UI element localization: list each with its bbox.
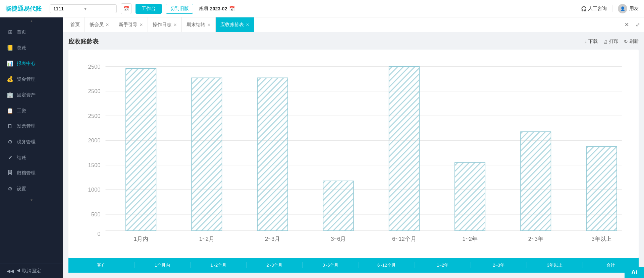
th-3-6month: 3~6个月 bbox=[303, 262, 359, 268]
sidebar-label-salary: 工资 bbox=[17, 108, 26, 114]
dropdown-icon: ▾ bbox=[84, 6, 113, 11]
checkout-icon: ✔ bbox=[7, 154, 13, 161]
refresh-button[interactable]: ↻ 刷新 bbox=[624, 39, 639, 45]
bar-2-3月 bbox=[257, 78, 288, 230]
sidebar-label-invoice: 发票管理 bbox=[17, 123, 36, 129]
tab-guide[interactable]: 新手引导 ✕ bbox=[114, 17, 148, 32]
sidebar-item-checkout[interactable]: ✔ 结账 bbox=[0, 150, 63, 165]
tab-oplog-close[interactable]: ✕ bbox=[173, 22, 177, 27]
scroll-up-icon: ▲ bbox=[30, 19, 33, 23]
xlabel-5: 6~12个月 bbox=[392, 236, 416, 242]
switch-button[interactable]: 切到旧版 bbox=[166, 4, 193, 14]
xlabel-3: 2~3月 bbox=[265, 236, 280, 242]
header-right: 🎧 人工咨询 👤 用友 bbox=[581, 4, 639, 13]
settings-icon: ⚙ bbox=[7, 186, 13, 192]
home-icon: ⊞ bbox=[7, 29, 13, 35]
tab-aging[interactable]: 应收账龄表 ✕ bbox=[216, 17, 254, 32]
svg-text:2500: 2500 bbox=[88, 88, 101, 94]
capital-icon: 💰 bbox=[7, 76, 13, 82]
user-label: 用友 bbox=[629, 6, 639, 12]
tab-member[interactable]: 畅会员 ✕ bbox=[85, 17, 114, 32]
content-area: 首页 畅会员 ✕ 新手引导 ✕ 操作日志 ✕ 期末结转 ✕ bbox=[63, 17, 644, 278]
calendar-icon: 📅 bbox=[123, 6, 129, 11]
xlabel-6: 1~2年 bbox=[463, 236, 478, 242]
sidebar-label-assets: 固定资产 bbox=[17, 92, 36, 98]
refresh-icon: ↻ bbox=[624, 39, 628, 44]
download-label: 下载 bbox=[588, 39, 598, 45]
headset-icon: 🎧 bbox=[581, 6, 587, 11]
period-calendar-icon[interactable]: 📅 bbox=[229, 6, 235, 11]
sidebar-item-home[interactable]: ⊞ 首页 bbox=[0, 24, 63, 40]
bar-6-12月 bbox=[389, 67, 420, 231]
sidebar-item-archive[interactable]: 🗄 归档管理 bbox=[0, 165, 63, 181]
svg-text:1000: 1000 bbox=[88, 187, 101, 193]
tab-aging-close[interactable]: ✕ bbox=[246, 22, 249, 27]
print-label: 打印 bbox=[609, 39, 619, 45]
consult-area[interactable]: 🎧 人工咨询 bbox=[581, 6, 607, 12]
scroll-down-btn[interactable]: ▼ bbox=[0, 197, 63, 203]
tab-member-close[interactable]: ✕ bbox=[106, 22, 109, 27]
tab-expand-btn[interactable]: ⤢ bbox=[634, 20, 641, 29]
tabs-bar: 首页 畅会员 ✕ 新手引导 ✕ 操作日志 ✕ 期末结转 ✕ bbox=[63, 17, 644, 32]
svg-text:500: 500 bbox=[91, 211, 101, 218]
workbench-button[interactable]: 工作台 bbox=[136, 4, 162, 14]
tab-home[interactable]: 首页 bbox=[66, 17, 85, 32]
sidebar-label-tax: 税务管理 bbox=[17, 139, 36, 145]
tab-oplog[interactable]: 操作日志 ✕ bbox=[148, 17, 182, 32]
sidebar-label-checkout: 结账 bbox=[17, 155, 26, 161]
print-button[interactable]: 🖨 打印 bbox=[603, 39, 619, 45]
sidebar-label-archive: 归档管理 bbox=[17, 170, 36, 176]
scroll-down-icon: ▼ bbox=[30, 198, 33, 202]
sidebar-item-reports[interactable]: 📊 报表中心 bbox=[0, 56, 63, 71]
sidebar-item-ledger[interactable]: 📒 总账 bbox=[0, 40, 63, 56]
period-label: 账期 bbox=[199, 6, 208, 12]
sidebar-item-salary[interactable]: 📋 工资 bbox=[0, 103, 63, 119]
svg-text:2000: 2000 bbox=[88, 137, 101, 144]
th-1month: 1个月内 bbox=[135, 262, 191, 268]
reports-icon: 📊 bbox=[7, 60, 13, 67]
sidebar-footer[interactable]: ◀◀ ◀ 取消固定 bbox=[0, 264, 63, 278]
invoice-icon: 🗒 bbox=[7, 123, 13, 129]
logo-area: 畅捷通易代账 bbox=[5, 5, 42, 13]
download-icon: ↓ bbox=[585, 39, 587, 44]
tab-oplog-label: 操作日志 bbox=[153, 22, 171, 28]
th-1-2year: 1~2年 bbox=[415, 262, 471, 268]
bar-2-3年 bbox=[521, 132, 551, 231]
chart-wrapper: 2500 2500 2500 2000 1500 1000 500 0 bbox=[75, 56, 632, 251]
sidebar-item-tax[interactable]: ⚙ 税务管理 bbox=[0, 134, 63, 150]
page-actions: ↓ 下载 🖨 打印 ↻ 刷新 bbox=[585, 39, 639, 45]
tab-close-btn[interactable]: ✕ bbox=[623, 20, 630, 29]
sidebar-item-settings[interactable]: ⚙ 设置 bbox=[0, 181, 63, 197]
tab-period-close[interactable]: ✕ bbox=[207, 22, 211, 27]
tab-period-end[interactable]: 期末结转 ✕ bbox=[182, 17, 216, 32]
sidebar-item-assets[interactable]: 🏢 固定资产 bbox=[0, 87, 63, 103]
company-select[interactable]: 1111 ▾ bbox=[50, 4, 117, 13]
tab-guide-label: 新手引导 bbox=[119, 22, 138, 28]
svg-text:1500: 1500 bbox=[88, 162, 101, 168]
user-area[interactable]: 👤 用友 bbox=[618, 4, 639, 13]
ai-label: Ai bbox=[631, 269, 637, 276]
ledger-icon: 📒 bbox=[7, 45, 13, 51]
sidebar-item-invoice[interactable]: 🗒 发票管理 bbox=[0, 119, 63, 134]
download-button[interactable]: ↓ 下载 bbox=[585, 39, 598, 45]
th-2-3month: 2~3个月 bbox=[247, 262, 303, 268]
sidebar: ▲ ⊞ 首页 📒 总账 📊 报表中心 💰 资金管理 bbox=[0, 17, 63, 278]
svg-text:2500: 2500 bbox=[88, 113, 101, 119]
pin-icon: ◀◀ bbox=[7, 268, 14, 274]
company-name: 1111 bbox=[53, 6, 82, 11]
bar-1-2月 bbox=[192, 78, 222, 230]
svg-text:0: 0 bbox=[97, 231, 100, 237]
th-customer: 客户 bbox=[68, 262, 135, 268]
calendar-icon-btn[interactable]: 📅 bbox=[121, 3, 131, 14]
xlabel-2: 1~2月 bbox=[199, 236, 214, 242]
xlabel-1: 1月内 bbox=[134, 236, 148, 242]
ai-badge[interactable]: Ai bbox=[625, 267, 644, 278]
scroll-up-btn[interactable]: ▲ bbox=[0, 17, 63, 24]
tax-icon: ⚙ bbox=[7, 139, 13, 145]
sidebar-item-capital[interactable]: 💰 资金管理 bbox=[0, 71, 63, 87]
svg-text:2500: 2500 bbox=[88, 64, 101, 70]
tab-guide-close[interactable]: ✕ bbox=[140, 22, 143, 27]
sidebar-label-home: 首页 bbox=[17, 29, 26, 35]
tabs-right: ✕ ⤢ bbox=[623, 20, 641, 29]
bar-3年以上 bbox=[586, 147, 617, 231]
